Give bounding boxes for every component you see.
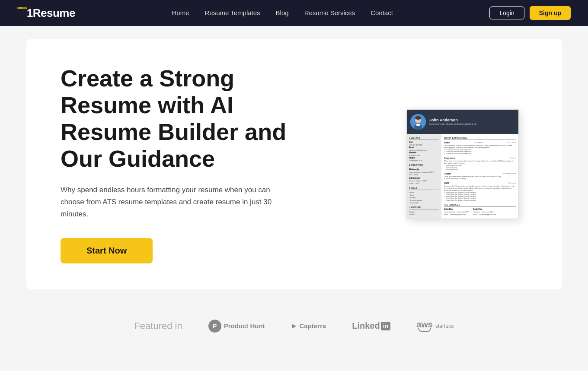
logo[interactable]: Million1Resume bbox=[17, 6, 75, 20]
exp1-company: DC Optimus bbox=[474, 141, 483, 144]
avatar bbox=[410, 114, 426, 130]
lang-english: English bbox=[409, 211, 439, 213]
nav-services[interactable]: Resume Services bbox=[304, 9, 355, 17]
hero-content: Create a Strong Resume with AI Resume Bu… bbox=[61, 65, 320, 263]
linkedin-in: in bbox=[381, 322, 390, 330]
skill-leadership: • Leadership bbox=[409, 202, 439, 204]
exp2-b2: Communication bbox=[444, 166, 516, 168]
logo-million: Million bbox=[17, 6, 27, 10]
producthunt-logo: P Product Hunt bbox=[208, 320, 265, 333]
exp4-b1: Report from the Student Council meeting bbox=[444, 192, 516, 193]
exp1-title: Editor bbox=[444, 141, 450, 144]
resume-preview: John Anderson Lorem ipsum dolor sit amet… bbox=[406, 109, 519, 219]
work-exp-title: WORK EXPERIENCE bbox=[444, 136, 516, 140]
hero-title: Create a Strong Resume with AI Resume Bu… bbox=[61, 65, 320, 172]
language-section-title: LANGUGE bbox=[409, 206, 439, 209]
ref2-email: Email - University@gmail.com bbox=[473, 213, 496, 216]
ref2-place: Graduate - University XXV bbox=[473, 211, 496, 213]
resume-right-col: WORK EXPERIENCE Editor DC Optimus 2018 -… bbox=[441, 134, 518, 219]
exp4-desc: Managed the Telegram channel, taught res… bbox=[444, 185, 516, 191]
exp1-b2: Funny pre-revolutionary magazines bbox=[444, 151, 516, 152]
exp2-b3: Description line 3 bbox=[444, 168, 516, 170]
logo-text: Million1Resume bbox=[17, 6, 75, 20]
call-label: Call bbox=[409, 141, 439, 143]
linkedin-logo: Linked in bbox=[352, 321, 390, 331]
location-label: Skype bbox=[409, 157, 439, 159]
login-button[interactable]: Login bbox=[489, 6, 524, 19]
email-value: j.anderson@gmail.com bbox=[409, 149, 439, 151]
ref1-place: Undergraduate - University XXV bbox=[444, 211, 469, 213]
ref1-name: John Doe bbox=[444, 208, 469, 210]
exp1-date: 2018 - 2019 bbox=[507, 141, 516, 144]
edu2-title: Culturology bbox=[409, 177, 439, 179]
edu2-dates: 2019 — 2022 bbox=[409, 182, 439, 184]
ref2-name: Rody Doe bbox=[473, 208, 496, 210]
nav-blog[interactable]: Blog bbox=[276, 9, 289, 17]
featured-section: Featured in P Product Hunt ► Capterra Li… bbox=[0, 302, 588, 350]
exp3-title: Author bbox=[444, 172, 451, 175]
exp1-b3: Funny pre-revolutionary magazines bbox=[444, 153, 516, 155]
exp4-company: Company bbox=[508, 182, 516, 184]
linkedin-text: Linked bbox=[352, 321, 380, 331]
resume-body: CONTACT Call +94 123 456 789 Email j.and… bbox=[407, 134, 518, 219]
ph-icon: P bbox=[208, 320, 221, 333]
nav-home[interactable]: Home bbox=[172, 9, 189, 17]
exp2-title: Copywriter bbox=[444, 157, 455, 159]
svg-rect-4 bbox=[416, 124, 420, 126]
exp4-b4: Report from the Student Council meeting bbox=[444, 197, 516, 199]
call-value: +94 123 456 789 bbox=[409, 144, 439, 146]
resume-person-name: John Anderson bbox=[429, 118, 477, 122]
resume-header: John Anderson Lorem ipsum dolor sit amet… bbox=[407, 110, 518, 134]
exp-editor: Editor DC Optimus 2018 - 2019 I do every… bbox=[444, 141, 516, 155]
signup-button[interactable]: Sign up bbox=[530, 6, 571, 20]
exp2-company: Texterra bbox=[510, 157, 516, 159]
hero-subtitle: Why spend endless hours formatting your … bbox=[61, 184, 285, 220]
aws-logo: aws startups bbox=[416, 320, 454, 332]
exp-author: Author Company Name I took three interns… bbox=[444, 172, 516, 180]
capterra-logo: ► Capterra bbox=[291, 322, 326, 330]
exp4-b5: Report from the Student Council meeting bbox=[444, 200, 516, 201]
ref1-email: Email - johndoe@gmail.com bbox=[444, 213, 469, 216]
capterra-label: Capterra bbox=[300, 322, 326, 330]
nav-contact[interactable]: Contact bbox=[371, 9, 393, 17]
education-section-title: EDUCATION bbox=[409, 164, 439, 167]
references-title: REFERENCES bbox=[444, 203, 516, 207]
hero-wrapper: Create a Strong Resume with AI Resume Bu… bbox=[0, 26, 588, 302]
skills-section-title: SKILLS bbox=[409, 187, 439, 190]
aws-startups-label: startups bbox=[435, 323, 454, 329]
featured-label: Featured in bbox=[134, 320, 182, 332]
location-value: Los Angeles, CA bbox=[409, 159, 439, 162]
exp2-b1: How to proofread texts bbox=[444, 165, 516, 166]
skill-communication: • Communication bbox=[409, 199, 439, 201]
capterra-arrow-icon: ► bbox=[291, 322, 298, 330]
exp3-desc: I took three internships and wrote a tex… bbox=[444, 175, 516, 178]
ref1: John Doe Undergraduate - University XXV … bbox=[444, 208, 469, 216]
skill-nodejs: • Nodejs bbox=[409, 197, 439, 199]
website-value: anderson.com bbox=[409, 154, 439, 156]
contact-section-title: CONTACT bbox=[409, 136, 439, 140]
skill-java: • Java bbox=[409, 194, 439, 196]
skill-html: • Html bbox=[409, 191, 439, 193]
exp4-b3: Report from the Student Council meeting bbox=[444, 196, 516, 197]
exp4-b2: Report from the Student Council meeting bbox=[444, 193, 516, 195]
exp3-b1: Machine learning for trading bbox=[444, 178, 516, 180]
ref2: Rody Doe Graduate - University XXV Email… bbox=[473, 208, 496, 216]
resume-left-col: CONTACT Call +94 123 456 789 Email j.and… bbox=[407, 134, 441, 219]
resume-name-block: John Anderson Lorem ipsum dolor sit amet… bbox=[429, 118, 477, 125]
nav-templates[interactable]: Resume Templates bbox=[205, 9, 260, 17]
avatar-svg bbox=[410, 114, 426, 130]
resume-preview-container: John Anderson Lorem ipsum dolor sit amet… bbox=[406, 109, 527, 219]
hero-card: Create a Strong Resume with AI Resume Bu… bbox=[26, 39, 562, 289]
start-now-button[interactable]: Start Now bbox=[61, 238, 153, 263]
exp-copywriter: Copywriter Texterra Wrote a lot of texts… bbox=[444, 157, 516, 170]
exp1-b1: Funny pre-revolutionary magazines bbox=[444, 149, 516, 151]
edu1-title: Philosophy bbox=[409, 168, 439, 171]
svg-point-3 bbox=[415, 116, 421, 120]
exp1-desc: I do everything related to social networ… bbox=[444, 144, 516, 149]
ph-label: Product Hunt bbox=[224, 322, 265, 330]
aws-arc-icon bbox=[418, 328, 431, 332]
exp-smm: SMM Company Managed the Telegram channel… bbox=[444, 182, 516, 201]
exp3-company: Company Name bbox=[503, 172, 516, 175]
exp4-title: SMM bbox=[444, 182, 449, 184]
navbar: Million1Resume Home Resume Templates Blo… bbox=[0, 0, 588, 26]
